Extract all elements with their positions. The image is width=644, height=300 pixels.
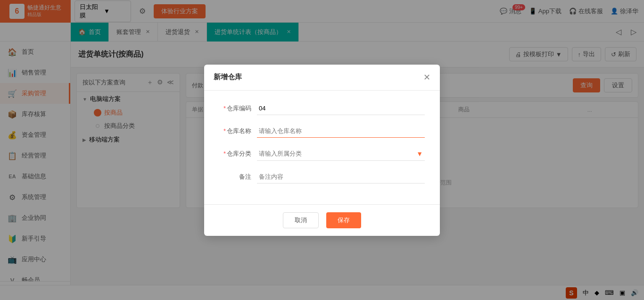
code-input[interactable] <box>257 102 425 115</box>
modal-close-button[interactable]: ✕ <box>423 72 430 83</box>
form-row-code: 仓库编码 <box>219 102 425 115</box>
modal-overlay: 新增仓库 ✕ 仓库编码 仓库名称 仓库分类 ▼ <box>0 0 644 300</box>
remark-label: 备注 <box>219 173 257 181</box>
name-input[interactable] <box>257 125 425 138</box>
category-label: 仓库分类 <box>219 150 257 158</box>
form-row-name: 仓库名称 <box>219 125 425 138</box>
category-select[interactable]: ▼ <box>257 147 425 161</box>
category-dropdown-icon[interactable]: ▼ <box>416 150 423 158</box>
modal-body: 仓库编码 仓库名称 仓库分类 ▼ 备注 <box>204 91 440 204</box>
name-label: 仓库名称 <box>219 127 257 135</box>
form-row-category: 仓库分类 ▼ <box>219 147 425 161</box>
code-label: 仓库编码 <box>219 104 257 113</box>
cancel-button[interactable]: 取消 <box>283 212 319 228</box>
modal-title: 新增仓库 <box>214 73 242 82</box>
category-input[interactable] <box>259 150 416 157</box>
modal-footer: 取消 保存 <box>204 204 440 236</box>
form-row-remark: 备注 <box>219 170 425 183</box>
modal-header: 新增仓库 ✕ <box>204 65 440 91</box>
remark-input[interactable] <box>257 170 425 183</box>
save-button[interactable]: 保存 <box>326 212 361 228</box>
add-warehouse-modal: 新增仓库 ✕ 仓库编码 仓库名称 仓库分类 ▼ <box>204 65 440 236</box>
